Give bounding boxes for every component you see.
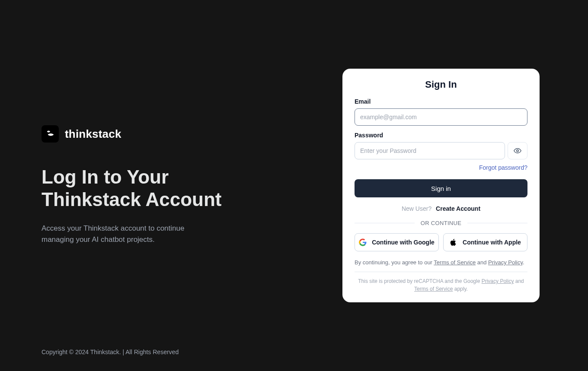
card-title: Sign In	[355, 79, 527, 90]
brand-mark-icon	[45, 129, 55, 139]
password-label: Password	[355, 132, 527, 139]
signin-button[interactable]: Sign in	[355, 179, 527, 197]
password-input[interactable]	[355, 142, 505, 159]
continue-with-google-button[interactable]: Continue with Google	[355, 233, 439, 251]
apple-icon	[450, 238, 457, 246]
apple-button-label: Continue with Apple	[463, 239, 521, 246]
google-button-label: Continue with Google	[372, 239, 435, 246]
recaptcha-notice: This site is protected by reCAPTCHA and …	[355, 277, 527, 293]
google-tos-link[interactable]: Terms of Service	[414, 286, 453, 292]
email-label: Email	[355, 98, 527, 105]
new-user-text: New User?	[402, 205, 431, 212]
page-headline: Log In to Your Thinkstack Account	[42, 166, 223, 211]
continue-with-apple-button[interactable]: Continue with Apple	[443, 233, 527, 251]
brand-logo: thinkstack	[42, 125, 277, 143]
email-input[interactable]	[355, 108, 527, 126]
page-subhead: Access your Thinkstack account to contin…	[42, 223, 214, 246]
eye-icon	[514, 147, 521, 155]
copyright-text: Copyright © 2024 Thinkstack. | All Right…	[42, 349, 179, 355]
logo-badge	[42, 125, 59, 143]
toggle-password-visibility[interactable]	[508, 142, 527, 159]
oauth-divider: OR CONTINUE	[355, 220, 527, 226]
privacy-policy-link[interactable]: Privacy Policy	[488, 259, 523, 266]
divider-label: OR CONTINUE	[421, 220, 461, 226]
google-privacy-link[interactable]: Privacy Policy	[482, 278, 514, 284]
forgot-password-link[interactable]: Forgot password?	[479, 164, 527, 171]
terms-of-service-link[interactable]: Terms of Service	[434, 259, 476, 266]
svg-point-0	[517, 150, 519, 152]
google-icon	[359, 238, 367, 246]
create-account-link[interactable]: Create Account	[436, 205, 480, 212]
tos-disclaimer: By continuing, you agree to our Terms of…	[355, 259, 527, 266]
brand-name: thinkstack	[65, 127, 121, 141]
signin-card: Sign In Email Password	[342, 69, 540, 302]
